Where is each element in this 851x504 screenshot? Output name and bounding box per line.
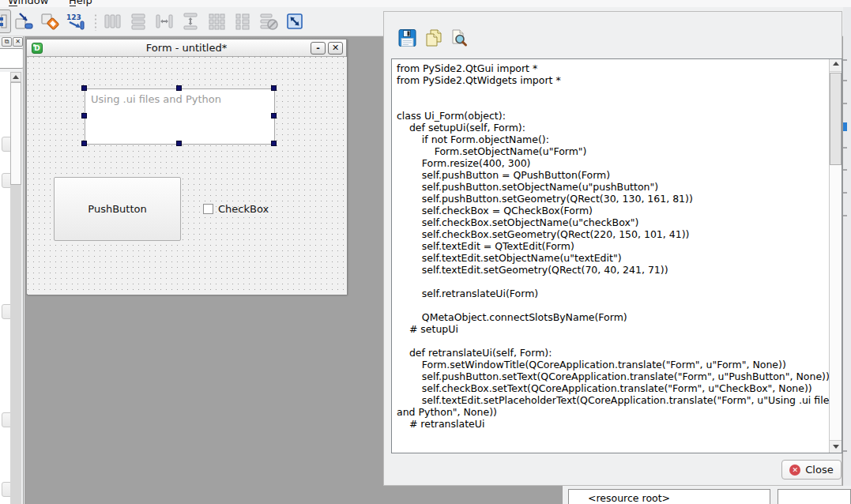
dock-float-button[interactable]: ⧉ xyxy=(2,37,12,47)
code-scrollbar[interactable] xyxy=(829,59,842,453)
adjust-size-button[interactable] xyxy=(284,9,306,33)
resource-root-item[interactable]: <resource root> xyxy=(588,492,670,504)
selection-handle-top-center[interactable] xyxy=(176,85,182,91)
close-window-button[interactable]: ✕ xyxy=(328,42,343,55)
help-mnemonic-underline xyxy=(70,6,76,6)
toolbar-separator xyxy=(94,13,97,31)
edit-tab-order-icon: 123 xyxy=(66,12,86,31)
up-arrow-icon xyxy=(13,75,19,79)
layout-horizontally-splitter-icon xyxy=(155,12,174,31)
selection-handle-mid-left[interactable] xyxy=(81,113,87,118)
property-row-edge xyxy=(843,192,847,194)
window-mnemonic-underline xyxy=(9,6,17,6)
layout-vertically-splitter-button[interactable] xyxy=(179,9,201,33)
save-icon xyxy=(398,28,417,47)
layout-horizontally-button[interactable] xyxy=(101,9,123,33)
checkbox-box[interactable] xyxy=(203,204,213,214)
qt-designer-app: Window Help 123 xyxy=(0,0,851,504)
layout-vertically-splitter-icon xyxy=(181,12,200,31)
selection-handle-top-left[interactable] xyxy=(81,85,87,91)
resource-tree-panel[interactable]: <resource root> xyxy=(568,489,770,504)
property-row-selected-edge xyxy=(843,122,847,131)
widget-box-dock: ⧉ ✕ xyxy=(0,36,24,504)
form-designer-window: D Form - untitled* - ✕ PushButton CheckB… xyxy=(26,39,347,295)
edit-tab-order-button[interactable]: 123 xyxy=(65,9,87,33)
save-button[interactable] xyxy=(398,28,417,49)
selection-handle-bottom-right[interactable] xyxy=(271,141,277,146)
property-row-edge xyxy=(843,80,847,81)
layout-horizontally-splitter-button[interactable] xyxy=(153,9,175,33)
edit-widgets-button[interactable] xyxy=(0,9,11,33)
edit-widgets-icon xyxy=(0,12,9,31)
copy-icon xyxy=(424,28,443,47)
find-icon xyxy=(450,28,469,47)
close-dialog-button[interactable]: ✕ Close xyxy=(781,460,842,480)
property-row-edge xyxy=(843,450,847,452)
property-editor-edge xyxy=(843,7,851,504)
selection-handle-top-right[interactable] xyxy=(271,85,277,91)
edit-buddies-button[interactable] xyxy=(39,9,61,33)
resource-browser-dock: <resource root> xyxy=(563,486,851,504)
find-preview-button[interactable] xyxy=(450,28,469,49)
selection-handle-bottom-left[interactable] xyxy=(81,141,87,146)
code-preview-dialog: from PySide2.QtGui import * from PySide2… xyxy=(383,11,842,486)
textedit-placeholder: Using .ui files and Python xyxy=(85,89,274,109)
edit-signals-slots-button[interactable] xyxy=(13,9,35,33)
property-row-edge xyxy=(843,215,847,216)
edit-signals-slots-icon xyxy=(14,12,33,31)
checkbox-widget[interactable]: CheckBox xyxy=(203,202,269,216)
scrollbar-thumb[interactable] xyxy=(10,82,21,185)
form-window-titlebar[interactable]: D Form - untitled* - ✕ xyxy=(27,39,346,57)
code-editor[interactable]: from PySide2.QtGui import * from PySide2… xyxy=(391,58,842,453)
textedit-widget[interactable]: Using .ui files and Python xyxy=(85,88,275,145)
break-layout-icon xyxy=(259,12,278,31)
layout-form-icon xyxy=(233,12,252,31)
widget-list[interactable] xyxy=(0,72,10,504)
adjust-size-icon xyxy=(285,12,304,31)
up-arrow-icon xyxy=(833,62,839,66)
close-circle-icon: ✕ xyxy=(789,465,800,476)
widget-list-scrollbar[interactable] xyxy=(10,72,21,504)
property-row-edge xyxy=(843,103,847,104)
selection-handle-bottom-center[interactable] xyxy=(176,141,182,146)
break-layout-button[interactable] xyxy=(258,9,280,33)
resource-list-panel[interactable] xyxy=(778,489,851,504)
property-row-edge xyxy=(843,169,847,171)
layout-vertically-button[interactable] xyxy=(127,9,149,33)
edit-buddies-icon xyxy=(40,12,59,31)
scroll-up-button[interactable] xyxy=(10,72,21,82)
menubar: Window Help xyxy=(0,0,851,7)
layout-grid-icon xyxy=(207,12,226,31)
close-button-label: Close xyxy=(805,464,833,476)
selection-handle-mid-right[interactable] xyxy=(271,113,277,118)
pushbutton-widget[interactable]: PushButton xyxy=(54,177,181,241)
scroll-up-button[interactable] xyxy=(830,59,842,72)
layout-grid-button[interactable] xyxy=(205,9,228,33)
layout-horizontally-icon xyxy=(103,12,122,31)
minimize-button[interactable]: - xyxy=(311,42,326,55)
svg-text:123: 123 xyxy=(66,13,81,21)
layout-form-button[interactable] xyxy=(232,9,254,33)
scrollbar-thumb[interactable] xyxy=(830,73,842,165)
layout-vertically-icon xyxy=(129,12,148,31)
scroll-down-button[interactable] xyxy=(830,440,842,453)
checkbox-label: CheckBox xyxy=(218,203,269,215)
dock-close-button[interactable]: ✕ xyxy=(13,37,23,47)
property-row-edge xyxy=(843,147,847,149)
widget-filter-input[interactable] xyxy=(0,48,24,69)
down-arrow-icon xyxy=(833,445,839,449)
property-row-edge xyxy=(843,59,847,61)
pushbutton-label: PushButton xyxy=(88,203,146,215)
copy-icon-button[interactable] xyxy=(424,28,443,49)
code-text: from PySide2.QtGui import * from PySide2… xyxy=(392,59,829,430)
form-window-title: Form - untitled* xyxy=(27,42,346,54)
